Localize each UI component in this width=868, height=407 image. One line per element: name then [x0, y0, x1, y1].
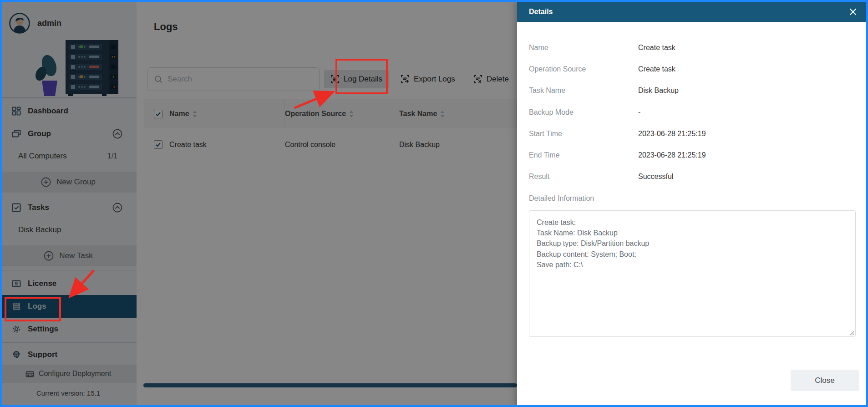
- field-end-time: End Time 2023-06-28 21:25:19: [529, 151, 857, 159]
- field-detailed-information: Detailed Information: [529, 194, 857, 203]
- field-task-name: Task Name Disk Backup: [529, 86, 857, 95]
- field-value: 2023-06-28 21:25:19: [638, 130, 706, 138]
- field-value: Create task: [638, 44, 675, 52]
- field-label: Start Time: [529, 130, 638, 138]
- modal-dim-overlay: [0, 0, 517, 407]
- details-panel-title: Details: [529, 8, 553, 16]
- field-label: Backup Mode: [529, 108, 638, 117]
- field-name: Name Create task: [529, 44, 857, 52]
- field-start-time: Start Time 2023-06-28 21:25:19: [529, 130, 857, 138]
- field-label: Name: [529, 44, 638, 52]
- field-label: Detailed Information: [529, 194, 594, 203]
- field-result: Result Successful: [529, 173, 857, 181]
- close-button[interactable]: Close: [791, 370, 859, 391]
- field-backup-mode: Backup Mode -: [529, 108, 857, 117]
- field-label: Task Name: [529, 86, 638, 95]
- field-value: -: [638, 108, 640, 117]
- field-value: Disk Backup: [638, 86, 679, 95]
- details-panel-header: Details: [517, 0, 868, 22]
- field-label: Operation Source: [529, 65, 638, 73]
- field-label: Result: [529, 173, 638, 181]
- app-window: admin: [0, 0, 868, 407]
- field-value: 2023-06-28 21:25:19: [638, 151, 706, 159]
- detailed-information-area: Create task: Task Name: Disk Backup Back…: [529, 210, 856, 337]
- details-panel: Details Name Create task Operation Sourc…: [517, 0, 868, 407]
- field-value: Successful: [638, 173, 673, 181]
- field-operation-source: Operation Source Create task: [529, 65, 857, 73]
- field-value: Create task: [638, 65, 675, 73]
- detailed-information-textarea[interactable]: Create task: Task Name: Disk Backup Back…: [529, 210, 856, 337]
- field-label: End Time: [529, 151, 638, 159]
- close-icon[interactable]: [849, 8, 857, 16]
